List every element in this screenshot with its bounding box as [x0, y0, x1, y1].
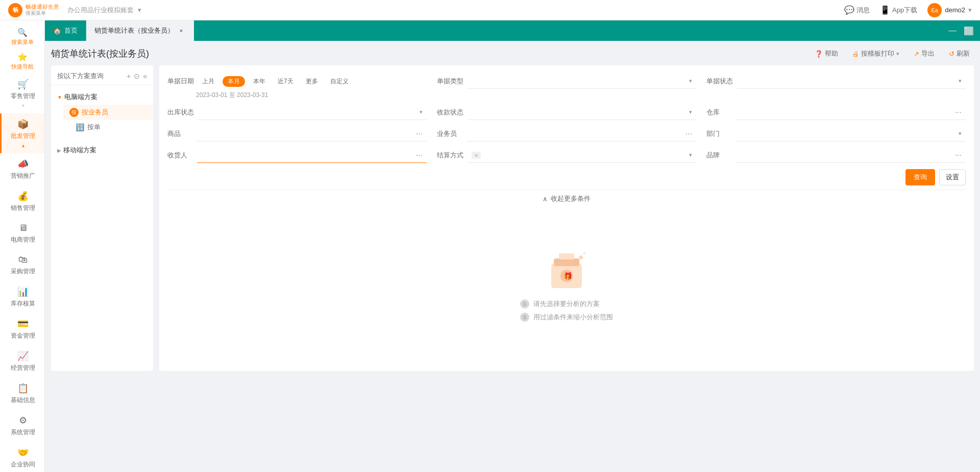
tree-pc-parent[interactable]: ▼ 电脑端方案 [51, 89, 153, 105]
sidebar-item-ecommerce[interactable]: 🖥 电商管理 [0, 218, 44, 249]
settings-btn[interactable]: 设置 [939, 169, 966, 185]
tab-active[interactable]: 销货单统计表（按业务员） × [86, 20, 194, 41]
filter-grid-row3: 商品 ··· 业务员 ··· [167, 126, 966, 141]
sidebar-item-enterprise[interactable]: 🤝 企业协同 [0, 442, 44, 472]
tab-bar: 🏠 首页 销货单统计表（按业务员） × — ⬜ [45, 20, 980, 41]
sidebar-item-retail[interactable]: 🛒 零售管理 ▾ [0, 74, 44, 113]
split-layout: 按以下方案查询 + ⊙ « ▼ 电脑端方案 [51, 65, 974, 371]
settlement-tag: × [472, 152, 481, 159]
doctype-select[interactable]: ▾ [468, 74, 696, 89]
consignee-select[interactable]: ··· [197, 148, 427, 163]
goods-dots-icon[interactable]: ··· [416, 129, 423, 138]
tree-children-pc: 按 按业务员 🔢 按单 [51, 105, 153, 134]
brand-dots-icon[interactable]: ··· [955, 151, 962, 160]
consignee-dots-icon[interactable]: ··· [416, 151, 423, 160]
sidebar-item-operations[interactable]: 📈 经营管理 [0, 345, 44, 377]
sidebar: 🔍 搜索菜单 ⭐ 快捷导航 🛒 零售管理 ▾ 📦 批发管理 ▴ 📣 营销推广 [0, 20, 45, 472]
empty-illustration: 🎁 [541, 248, 592, 289]
filter-warehouse: 仓库 ··· [706, 105, 966, 120]
outstatus-chevron-icon: ▾ [420, 109, 423, 115]
print-dropdown-icon: ▾ [896, 51, 899, 57]
tab-minimize-btn[interactable]: — [945, 23, 960, 38]
tab-maximize-btn[interactable]: ⬜ [962, 23, 976, 38]
brand-select[interactable]: ··· [736, 148, 966, 163]
collapse-more-btn[interactable]: ∧ 收起更多条件 [167, 190, 966, 207]
print-icon: 🖨 [852, 50, 859, 58]
sidebar-item-search[interactable]: 🔍 搜索菜单 [0, 25, 44, 49]
sales-icon: 💰 [17, 191, 29, 202]
salesperson-select[interactable]: ··· [467, 126, 696, 141]
outstatus-select[interactable]: ▾ [198, 105, 427, 120]
topbar-right: 💬 消息 📱 App下载 Ea demo2 ▾ [844, 3, 972, 17]
warehouse-label: 仓库 [706, 108, 732, 117]
docstatus-chevron-icon: ▾ [959, 78, 962, 84]
user-dropdown-icon: ▾ [968, 6, 972, 14]
date-tab-thisyear[interactable]: 本年 [249, 76, 270, 87]
logo-icon: 畅 [8, 3, 22, 17]
goods-select[interactable]: ··· [197, 126, 427, 141]
sidebar-item-sales[interactable]: 💰 销售管理 [0, 185, 44, 218]
sidebar-item-marketing[interactable]: 📣 营销推广 [0, 153, 44, 185]
panel-settings-btn[interactable]: ⊙ [134, 72, 140, 80]
app-download-btn[interactable]: 📱 App下载 [880, 5, 917, 15]
tree-section-mobile: ▶ 移动端方案 [51, 138, 153, 162]
export-btn[interactable]: ↗ 导出 [910, 47, 939, 60]
sidebar-item-basics[interactable]: 📋 基础信息 [0, 377, 44, 410]
panel-add-btn[interactable]: + [127, 72, 131, 80]
filter-grid-row2: 出库状态 ▾ 收款状态 ▾ [167, 105, 966, 120]
logo[interactable]: 畅 畅捷通好生意 搜索菜单 [8, 3, 59, 17]
salesperson-dots-icon[interactable]: ··· [685, 129, 692, 138]
wholesale-arrow: ▴ [22, 143, 24, 148]
sidebar-item-stock[interactable]: 📊 库存核算 [0, 281, 44, 313]
settlement-select[interactable]: × ▾ [468, 148, 696, 163]
settlement-label: 结算方式 [437, 151, 463, 160]
maximize-icon: ⬜ [964, 26, 974, 36]
docstatus-select[interactable]: ▾ [737, 74, 966, 89]
warehouse-dots-icon[interactable]: ··· [955, 108, 962, 117]
date-tab-custom[interactable]: 自定义 [326, 76, 353, 87]
date-tab-last7[interactable]: 近7天 [274, 76, 298, 87]
refresh-btn[interactable]: ↺ 刷新 [945, 47, 974, 60]
svg-rect-2 [559, 253, 574, 259]
top-title-dropdown[interactable]: ▾ [138, 6, 141, 14]
svg-point-5 [579, 255, 583, 259]
empty-hint-2: ② 用过滤条件来缩小分析范围 [520, 313, 613, 322]
sidebar-item-system[interactable]: ⚙ 系统管理 [0, 410, 44, 442]
search-icon: 🔍 [17, 28, 28, 37]
help-btn[interactable]: ❓ 帮助 [811, 47, 842, 60]
tab-close-btn[interactable]: × [177, 27, 185, 35]
tree-sub-by-order[interactable]: 🔢 按单 [69, 120, 153, 134]
date-tab-more[interactable]: 更多 [302, 76, 322, 87]
tab-home[interactable]: 🏠 首页 [45, 20, 86, 41]
message-btn[interactable]: 💬 消息 [844, 5, 870, 15]
panel-header-actions: + ⊙ « [127, 72, 147, 80]
empty-state: 🎁 ① 请先选择要分析的方案 [167, 207, 966, 363]
user-menu[interactable]: Ea demo2 ▾ [927, 3, 972, 17]
template-print-btn[interactable]: 🖨 按模板打印 ▾ [848, 47, 903, 60]
dept-select[interactable]: ▾ [736, 126, 966, 141]
system-icon: ⚙ [19, 415, 27, 426]
sidebar-item-quicknav[interactable]: ⭐ 快捷导航 [0, 49, 44, 74]
settlement-tag-close[interactable]: × [475, 152, 478, 158]
filter-doctype: 单据类型 ▾ [437, 74, 696, 89]
query-btn[interactable]: 查询 [905, 169, 935, 185]
date-tab-thismonth[interactable]: 本月 [223, 76, 245, 87]
filter-salesperson: 业务员 ··· [437, 126, 696, 141]
panel-header: 按以下方案查询 + ⊙ « [51, 72, 153, 85]
sidebar-item-finance[interactable]: 💳 资金管理 [0, 313, 44, 345]
sidebar-item-wholesale[interactable]: 📦 批发管理 ▴ [0, 113, 44, 153]
paystatus-select[interactable]: ▾ [468, 105, 696, 120]
filter-docstatus: 单据状态 ▾ [706, 74, 966, 89]
sidebar-item-purchase[interactable]: 🛍 采购管理 [0, 249, 44, 281]
salesperson-scheme-icon: 按 [69, 108, 79, 117]
filter-date: 单据日期 上月 本月 本年 近7天 更多 自定义 [167, 74, 427, 89]
tab-home-label: 首页 [64, 26, 78, 35]
warehouse-select[interactable]: ··· [736, 105, 966, 120]
wholesale-icon: 📦 [17, 119, 29, 130]
tree-mobile-parent[interactable]: ▶ 移动端方案 [51, 143, 153, 158]
doctype-label: 单据类型 [437, 77, 463, 86]
tree-child-by-salesperson[interactable]: 按 按业务员 [63, 105, 153, 120]
panel-collapse-btn[interactable]: « [143, 72, 147, 80]
date-tab-lastmonth[interactable]: 上月 [198, 76, 218, 87]
left-panel: 按以下方案查询 + ⊙ « ▼ 电脑端方案 [51, 65, 153, 371]
